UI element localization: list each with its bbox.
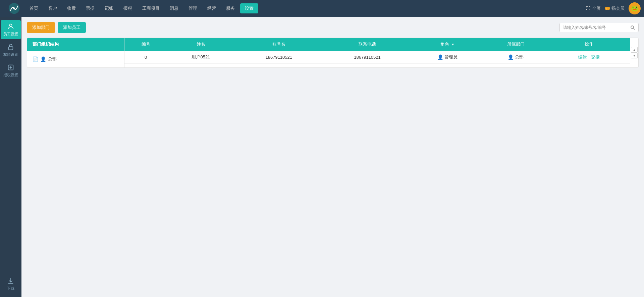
cell-id: 0: [124, 51, 167, 64]
vip-button[interactable]: ▶ 畅会员: [605, 5, 625, 11]
dept-tree-item-root[interactable]: 📄 👤 总部: [31, 54, 120, 64]
scroll-up-button[interactable]: ▲: [631, 47, 638, 53]
scroll-buttons: ▲ ▼: [630, 38, 638, 67]
nav-item-message[interactable]: 消息: [165, 3, 183, 13]
add-emp-button[interactable]: 添加员工: [58, 22, 86, 33]
svg-point-7: [631, 26, 634, 29]
role-label: 管理员: [444, 54, 458, 60]
nav-item-fee[interactable]: 收费: [62, 3, 80, 13]
cell-actions: 编辑 交接: [548, 51, 630, 64]
nav-items: 首页 客户 收费 票据 记账 报税 工商项目 消息 管理 经营 服务 设置: [25, 3, 586, 13]
cell-name: 用户0521: [167, 51, 234, 64]
fullscreen-label: 全屏: [592, 5, 601, 11]
dept-label: 总部: [515, 54, 524, 60]
top-nav: 首页 客户 收费 票据 记账 报税 工商项目 消息 管理 经营 服务 设置 全屏…: [0, 0, 644, 17]
action-link-编辑[interactable]: 编辑: [578, 54, 587, 59]
table-row: 0 用户0521 18679110521 18679110521 👤 管理员 👤…: [124, 51, 630, 64]
svg-point-4: [9, 24, 12, 27]
toolbar: 添加部门 添加员工: [27, 22, 639, 33]
dept-tree-header: 部门组织结构: [27, 38, 124, 51]
col-role: 角色 ▼: [412, 38, 483, 51]
cell-role: 👤 管理员: [412, 51, 483, 64]
cell-dept: 👤 总部: [483, 51, 548, 64]
nav-item-customer[interactable]: 客户: [44, 3, 62, 13]
nav-item-accounting[interactable]: 记账: [100, 3, 118, 13]
sidebar-item-download[interactable]: 下载: [1, 275, 21, 294]
nav-item-settings[interactable]: 设置: [240, 3, 258, 13]
sidebar-item-taxsettings[interactable]: 报税设置: [1, 61, 21, 80]
add-dept-button[interactable]: 添加部门: [27, 22, 55, 33]
dept-tree-body: 📄 👤 总部: [27, 51, 124, 67]
nav-item-manage[interactable]: 管理: [184, 3, 202, 13]
emp-table: 编号 姓名 账号名 联系电话 角色 ▼ 所属部门 操作: [124, 38, 630, 67]
nav-item-bizproject[interactable]: 工商项目: [138, 3, 164, 13]
vip-label: 畅会员: [611, 5, 625, 11]
role-filter-icon[interactable]: ▼: [451, 43, 454, 46]
dept-item-label: 总部: [48, 56, 57, 62]
col-account: 账号名: [234, 38, 323, 51]
dept-user-icon-row: 👤: [508, 54, 514, 60]
top-nav-right: 全屏 ▶ 畅会员 🐸: [586, 2, 641, 14]
main-content: 添加部门 添加员工 部门组织结构 📄 👤: [21, 17, 644, 297]
col-id: 编号: [124, 38, 167, 51]
avatar[interactable]: 🐸: [629, 2, 641, 14]
dept-user-icon: 👤: [40, 56, 46, 62]
sidebar-item-permission[interactable]: 权限设置: [1, 41, 21, 60]
svg-point-1: [13, 7, 15, 9]
sidebar-label-permission: 权限设置: [3, 52, 18, 57]
nav-item-tax[interactable]: 报税: [119, 3, 137, 13]
sidebar-label-taxsettings: 报税设置: [3, 72, 18, 78]
scroll-down-button[interactable]: ▼: [631, 53, 638, 58]
svg-rect-5: [9, 47, 13, 50]
sidebar-label-download: 下载: [7, 286, 14, 291]
sidebar-item-employee[interactable]: 员工设置: [1, 20, 21, 39]
svg-text:▶: ▶: [606, 8, 607, 10]
employee-table: 编号 姓名 账号名 联系电话 角色 ▼ 所属部门 操作: [124, 38, 630, 64]
sidebar: 员工设置 权限设置 报税设置 下载: [0, 17, 21, 297]
search-input[interactable]: [560, 23, 627, 32]
cell-account: 18679110521: [234, 51, 323, 64]
nav-item-operation[interactable]: 经营: [203, 3, 221, 13]
dept-tree: 部门组织结构 📄 👤 总部: [27, 38, 124, 67]
layout: 员工设置 权限设置 报税设置 下载 添加部门: [0, 17, 644, 297]
search-box: [559, 23, 639, 32]
cell-phone: 18679110521: [323, 51, 412, 64]
svg-line-8: [634, 29, 635, 30]
action-link-交接[interactable]: 交接: [591, 54, 600, 59]
nav-item-bill[interactable]: 票据: [81, 3, 99, 13]
nav-item-home[interactable]: 首页: [25, 3, 43, 13]
content-panel: 部门组织结构 📄 👤 总部 编号 姓名 账号名: [27, 38, 639, 68]
col-name: 姓名: [167, 38, 234, 51]
dept-file-icon: 📄: [33, 56, 38, 62]
logo: [3, 2, 25, 14]
search-button[interactable]: [627, 23, 638, 32]
fullscreen-button[interactable]: 全屏: [586, 5, 601, 11]
sidebar-label-employee: 员工设置: [3, 32, 18, 37]
col-action: 操作: [548, 38, 630, 51]
role-user-icon: 👤: [437, 54, 443, 60]
col-dept: 所属部门: [483, 38, 548, 51]
nav-item-service[interactable]: 服务: [221, 3, 239, 13]
col-phone: 联系电话: [323, 38, 412, 51]
